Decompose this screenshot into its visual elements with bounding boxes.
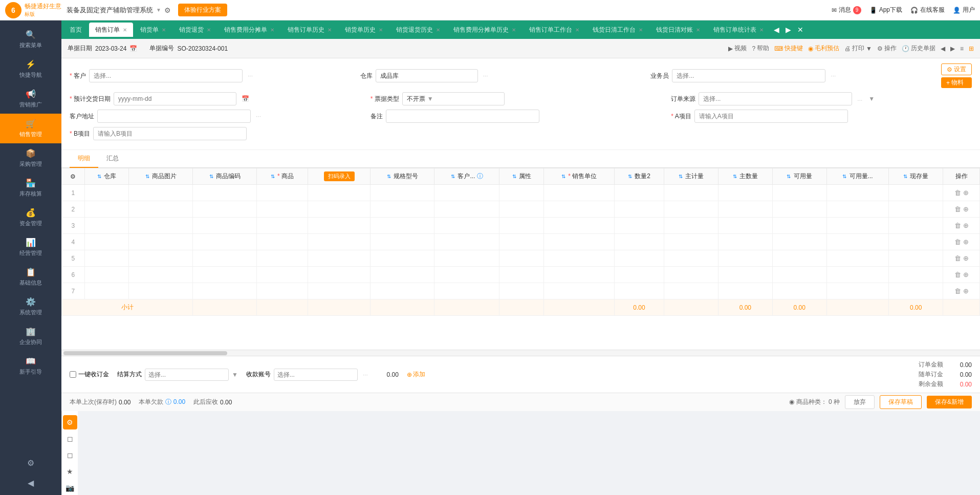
tab-detail[interactable]: 明细 — [70, 150, 98, 168]
collection-account-input[interactable] — [274, 369, 358, 381]
tab-sales-bill-history-close[interactable]: ✕ — [379, 27, 383, 33]
row-6-product-code[interactable] — [193, 267, 257, 283]
row-2-copy-icon[interactable]: ⊕ — [963, 205, 969, 213]
row-4-product-image[interactable] — [129, 234, 193, 250]
row-5-product-code[interactable] — [193, 250, 257, 267]
sidebar-item-system[interactable]: ⚙️ 系统管理 — [0, 292, 61, 321]
abandon-button[interactable]: 放弃 — [845, 395, 875, 409]
help-btn[interactable]: ? 帮助 — [752, 44, 769, 53]
prev-record-btn[interactable]: ◀ — [941, 45, 945, 52]
industry-solution-button[interactable]: 体验行业方案 — [178, 4, 227, 16]
row-7-spec[interactable] — [371, 283, 434, 299]
row-2-warehouse[interactable] — [84, 201, 129, 218]
tab-sales-order-close[interactable]: ✕ — [123, 27, 127, 33]
row-1-main-unit[interactable] — [664, 185, 718, 201]
rp-icon-2[interactable]: ◻ — [63, 432, 77, 446]
row-7-available2[interactable] — [826, 283, 889, 299]
row-3-current-stock[interactable] — [889, 218, 943, 234]
settings-btn[interactable]: ⚙ 设置 — [941, 63, 972, 75]
row-6-product[interactable] — [257, 267, 308, 283]
tab-prev-button[interactable]: ◀ — [771, 26, 782, 34]
row-5-available[interactable] — [772, 250, 826, 267]
row-2-current-stock[interactable] — [889, 201, 943, 218]
tab-cash-reconcile[interactable]: 钱货日清对账 ✕ — [650, 23, 706, 37]
row-4-copy-icon[interactable]: ⊕ — [963, 238, 969, 246]
tab-sales-bill-close[interactable]: ✕ — [162, 27, 166, 33]
row-6-warehouse[interactable] — [84, 267, 129, 283]
print-btn[interactable]: 🖨 打印 ▼ — [844, 44, 872, 53]
row-6-available2[interactable] — [826, 267, 889, 283]
row-1-sales-unit[interactable] — [544, 185, 615, 201]
row-1-product-image[interactable] — [129, 185, 193, 201]
row-2-delete-icon[interactable]: 🗑 — [954, 205, 961, 213]
row-2-available[interactable] — [772, 201, 826, 218]
th-available-sort[interactable]: ⇅ — [787, 174, 791, 179]
row-6-sales-unit[interactable] — [544, 267, 615, 283]
row-1-available2[interactable] — [826, 185, 889, 201]
row-6-available[interactable] — [772, 267, 826, 283]
row-3-sales-unit[interactable] — [544, 218, 615, 234]
row-7-product-code[interactable] — [193, 283, 257, 299]
customer-address-more-btn[interactable]: ··· — [254, 113, 263, 120]
app-settings-icon[interactable]: ⚙ — [164, 6, 171, 14]
row-5-customer-ref[interactable] — [434, 250, 499, 267]
row-4-main-qty[interactable] — [718, 234, 772, 250]
customer-input[interactable] — [89, 69, 243, 82]
th-spec-sort[interactable]: ⇅ — [387, 174, 391, 179]
operation-btn[interactable]: ⚙ 操作 — [877, 44, 897, 53]
row-1-product[interactable] — [257, 185, 308, 201]
row-7-delete-icon[interactable]: 🗑 — [954, 287, 961, 295]
row-3-available[interactable] — [772, 218, 826, 234]
one-click-collect-checkbox[interactable]: 一键收订金 — [70, 370, 109, 379]
tab-sales-return-history-close[interactable]: ✕ — [436, 27, 440, 33]
row-5-available2[interactable] — [826, 250, 889, 267]
a-project-input[interactable] — [694, 110, 848, 123]
scan-btn[interactable]: 扫码录入 — [324, 171, 355, 181]
sidebar-item-guide[interactable]: 📖 新手引导 — [0, 351, 61, 381]
row-6-product-image[interactable] — [129, 267, 193, 283]
shortcut-btn[interactable]: ⌨ 快捷键 — [774, 44, 803, 53]
sidebar-item-inventory[interactable]: 🏪 库存核算 — [0, 173, 61, 203]
th-available2-sort[interactable]: ⇅ — [842, 174, 846, 179]
row-3-spec[interactable] — [371, 218, 434, 234]
row-7-warehouse[interactable] — [84, 283, 129, 299]
th-sales-unit-sort[interactable]: ⇅ — [561, 174, 565, 179]
date-picker-icon[interactable]: 📅 — [242, 95, 249, 102]
tab-cash-daily-workbench-close[interactable]: ✕ — [639, 27, 643, 33]
row-2-attribute[interactable] — [499, 201, 544, 218]
tab-summary[interactable]: 汇总 — [98, 150, 127, 168]
th-main-unit-sort[interactable]: ⇅ — [679, 174, 683, 179]
th-main-qty-sort[interactable]: ⇅ — [733, 174, 737, 179]
row-1-warehouse[interactable] — [84, 185, 129, 201]
sidebar-item-quick-nav[interactable]: ⚡ 快捷导航 — [0, 54, 61, 84]
row-3-main-qty[interactable] — [718, 218, 772, 234]
row-7-main-unit[interactable] — [664, 283, 718, 299]
row-4-available2[interactable] — [826, 234, 889, 250]
date-value[interactable]: 2023-03-24 — [95, 45, 126, 52]
tab-sales-order-workbench-close[interactable]: ✕ — [575, 27, 579, 33]
tab-home[interactable]: 首页 — [63, 23, 88, 37]
row-4-main-unit[interactable] — [664, 234, 718, 250]
rp-icon-1[interactable]: ⚙ — [63, 415, 77, 429]
row-1-customer-ref[interactable] — [434, 185, 499, 201]
row-6-spec[interactable] — [371, 267, 434, 283]
sidebar-item-marketing[interactable]: 📢 营销推广 — [0, 84, 61, 114]
th-product-code-sort[interactable]: ⇅ — [209, 174, 213, 179]
th-product-sort[interactable]: ⇅ — [271, 174, 275, 179]
user-avatar[interactable]: 👤 用户 — [953, 6, 975, 14]
row-3-product-image[interactable] — [129, 218, 193, 234]
invoice-type-select[interactable]: 不开票 ▼ — [402, 92, 505, 105]
row-7-available[interactable] — [772, 283, 826, 299]
warehouse-more-btn[interactable]: ··· — [481, 72, 490, 79]
message-button[interactable]: ✉ 消息 9 — [832, 6, 861, 14]
row-5-delete-icon[interactable]: 🗑 — [954, 254, 961, 262]
rp-icon-5[interactable]: 📷 — [63, 481, 77, 495]
row-4-qty2[interactable] — [614, 234, 664, 250]
tab-sales-expense-history-close[interactable]: ✕ — [512, 27, 516, 33]
th-product-image-sort[interactable]: ⇅ — [145, 174, 149, 179]
row-3-product[interactable] — [257, 218, 308, 234]
b-project-input[interactable] — [93, 127, 247, 140]
row-1-product-code[interactable] — [193, 185, 257, 201]
tab-cash-daily-workbench[interactable]: 钱货日清工作台 ✕ — [586, 23, 649, 37]
add-collection-btn[interactable]: ⊕ 添加 — [407, 370, 425, 379]
